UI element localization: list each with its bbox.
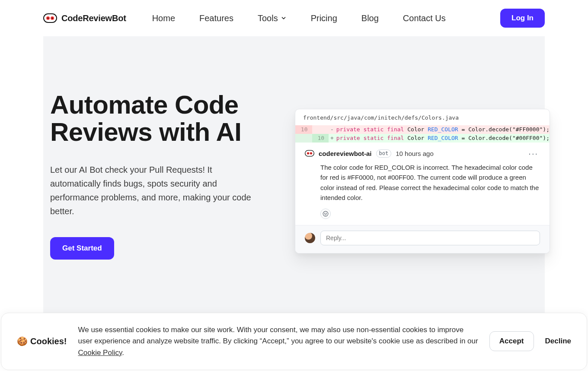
comment: codereviewbot-ai bot 10 hours ago ··· Th… <box>295 143 550 225</box>
cookie-emoji-icon: 🍪 <box>17 336 28 346</box>
svg-point-3 <box>48 18 49 19</box>
user-avatar-icon[interactable] <box>305 233 315 243</box>
brand[interactable]: CodeReviewBot <box>43 13 126 23</box>
login-button[interactable]: Log In <box>500 9 545 28</box>
hero-title: Automate Code Reviews with AI <box>50 91 287 146</box>
smiley-icon <box>323 211 329 217</box>
cookie-text: We use essential cookies to make our sit… <box>78 324 478 358</box>
bot-badge: bot <box>376 149 392 158</box>
nav-pricing[interactable]: Pricing <box>311 13 337 23</box>
hero-section: Automate Code Reviews with AI Let our AI… <box>43 36 545 314</box>
hero-subtitle: Let our AI Bot check your Pull Requests!… <box>50 163 262 218</box>
code-review-card: frontend/src/java/com/initech/defs/Color… <box>295 109 550 254</box>
comment-text: The color code for RED_COLOR is incorrec… <box>305 162 540 203</box>
chevron-down-icon <box>281 15 287 21</box>
comment-header: codereviewbot-ai bot 10 hours ago ··· <box>305 149 540 158</box>
svg-point-10 <box>323 211 328 216</box>
svg-rect-0 <box>44 14 57 22</box>
nav-blog[interactable]: Blog <box>361 13 379 23</box>
cookie-decline-button[interactable]: Decline <box>545 337 571 346</box>
svg-point-4 <box>52 18 53 19</box>
diff-line-added: 10 +private static final Color RED_COLOR… <box>295 134 550 143</box>
cookie-policy-link[interactable]: Cookie Policy <box>78 349 122 357</box>
cookie-banner: 🍪Cookies! We use essential cookies to ma… <box>1 313 587 370</box>
svg-point-11 <box>325 213 325 213</box>
cookie-accept-button[interactable]: Accept <box>489 331 534 351</box>
svg-point-12 <box>326 213 326 213</box>
nav-links: Home Features Tools Pricing Blog Contact… <box>152 13 479 23</box>
bot-avatar-icon <box>305 149 314 158</box>
comment-timestamp: 10 hours ago <box>396 150 434 157</box>
nav-home[interactable]: Home <box>152 13 175 23</box>
nav-features[interactable]: Features <box>199 13 233 23</box>
file-path: frontend/src/java/com/initech/defs/Color… <box>295 109 550 125</box>
brand-name: CodeReviewBot <box>61 13 126 23</box>
svg-point-9 <box>310 153 311 154</box>
reply-input[interactable] <box>320 231 540 245</box>
svg-rect-5 <box>305 150 314 156</box>
cookie-title: 🍪Cookies! <box>17 336 67 346</box>
logo-icon <box>43 13 57 23</box>
top-nav: CodeReviewBot Home Features Tools Pricin… <box>0 0 588 36</box>
hero-copy: Automate Code Reviews with AI Let our AI… <box>50 91 304 260</box>
diff-line-removed: 10 -private static final Color RED_COLOR… <box>295 125 550 134</box>
comment-author[interactable]: codereviewbot-ai <box>319 150 372 157</box>
kebab-menu-icon[interactable]: ··· <box>527 149 540 158</box>
nav-contact[interactable]: Contact Us <box>403 13 446 23</box>
nav-tools[interactable]: Tools <box>258 13 287 23</box>
reply-row <box>295 225 550 253</box>
add-reaction-button[interactable] <box>320 209 331 219</box>
get-started-button[interactable]: Get Started <box>50 237 114 260</box>
svg-point-8 <box>308 153 309 154</box>
